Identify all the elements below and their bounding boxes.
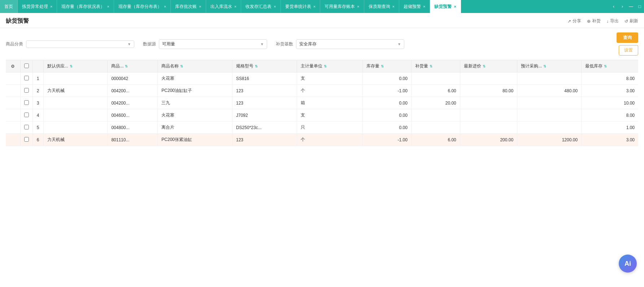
col-header-stock[interactable]: 库存量⇅ [363, 60, 412, 72]
tab-batch-account[interactable]: 库存批次账× [171, 0, 206, 13]
col-header-spec[interactable]: 规格型号⇅ [232, 60, 297, 72]
tab-requisition-stat[interactable]: 要货单统计表× [281, 0, 320, 13]
category-label: 商品分类 [6, 41, 23, 47]
stock-cell: -1.00 [366, 137, 408, 142]
tab-label-home: 首页 [4, 4, 13, 10]
tab-collect-summary[interactable]: 收发存汇总表× [241, 0, 280, 13]
tab-close-inout-flow[interactable]: × [234, 4, 236, 9]
tab-close-expiry-query[interactable]: × [392, 4, 395, 9]
row-checkbox-2[interactable] [24, 88, 29, 93]
tab-expiry-query[interactable]: 保质期查询× [364, 0, 399, 13]
tab-close-requisition-stat[interactable]: × [313, 4, 316, 9]
datasource-select[interactable]: 可用量 ▼ [159, 39, 267, 49]
tab-inout-flow[interactable]: 出入库流水× [206, 0, 241, 13]
ai-assistant-button[interactable]: Ai [619, 255, 637, 273]
row-checkbox-4[interactable] [24, 112, 29, 117]
col-header-min_stock[interactable]: 最低库存⇅ [582, 60, 638, 72]
product-code-cell: 0000042 [111, 76, 128, 81]
tab-overstock[interactable]: 超储预警× [399, 0, 430, 13]
row-num: 1 [36, 76, 40, 81]
table-row: 3004200...三九123箱0.0020.0010.00 [6, 97, 638, 109]
replenishbase-select[interactable]: 安全库存 ▼ [296, 39, 404, 49]
product-name-cell: 火花塞 [161, 76, 174, 81]
row-num: 5 [36, 125, 40, 130]
replenishbase-label: 补货基数 [276, 41, 293, 47]
tab-next-btn[interactable]: › [618, 0, 627, 13]
tab-label-exception: 拣货异常处理 [22, 4, 48, 10]
page-header: 缺货预警 ↗ 分享 ⊕ 补货 ↓ 导出 ↺ 刷新 [0, 13, 644, 28]
tab-close-exception[interactable]: × [50, 4, 52, 9]
tab-label-shortage: 缺货预警 [434, 4, 452, 10]
datasource-arrow-icon: ▼ [260, 42, 264, 46]
sort-icon-est_purchase: ⇅ [543, 64, 546, 68]
product-code-cell: 004200... [111, 88, 129, 93]
product-code-cell: 004200... [111, 101, 129, 106]
tab-close-overstock[interactable]: × [423, 4, 425, 9]
stock-cell: 0.00 [366, 125, 408, 130]
col-label-default_supplier: 默认供应... [47, 63, 68, 69]
select-all-checkbox[interactable] [24, 63, 29, 68]
unit-cell: 支 [301, 76, 305, 81]
page-title: 缺货预警 [6, 17, 29, 25]
unit-cell: 支 [301, 112, 305, 118]
replenish-icon: ⊕ [587, 19, 591, 24]
tab-available-ledger[interactable]: 可用量库存账本× [320, 0, 364, 13]
share-btn[interactable]: ↗ 分享 [567, 18, 581, 24]
col-header-default_supplier[interactable]: 默认供应...⇅ [43, 60, 108, 72]
col-header-product_code[interactable]: 商品...⇅ [108, 60, 158, 72]
tab-exception[interactable]: 拣货异常处理× [18, 0, 57, 13]
tab-close-collect-summary[interactable]: × [274, 4, 276, 9]
tab-minimize-btn[interactable]: — [627, 0, 635, 13]
settings-button[interactable]: 设置 [619, 45, 638, 56]
replenish-btn[interactable]: ⊕ 补货 [587, 18, 601, 24]
tab-inventory-status[interactable]: 现存量（库存状况表）× [57, 0, 114, 13]
tab-close-batch-account[interactable]: × [199, 4, 201, 9]
table-row: 2力天机械004200...PC200油缸缸子123个-1.006.0080.0… [6, 85, 638, 97]
min-stock-cell: 3.00 [585, 137, 635, 142]
refresh-icon: ↺ [625, 19, 628, 24]
sort-icon-replenish_qty: ⇅ [430, 64, 432, 68]
tab-prev-btn[interactable]: ‹ [609, 0, 618, 13]
refresh-btn[interactable]: ↺ 刷新 [625, 18, 638, 24]
tab-close-inventory-status[interactable]: × [107, 4, 109, 9]
row-num: 3 [36, 101, 40, 106]
col-header-product_name[interactable]: 商品名称⇅ [158, 60, 232, 72]
tab-label-inventory-dist: 现存量（库存分布表） [118, 4, 162, 10]
export-btn[interactable]: ↓ 导出 [606, 18, 619, 24]
spec-cell: 123 [236, 137, 243, 142]
export-icon: ↓ [606, 19, 609, 24]
category-select[interactable]: ▼ [26, 40, 134, 48]
tab-shortage[interactable]: 缺货预警× [430, 0, 461, 13]
sort-icon-product_name: ⇅ [180, 64, 183, 68]
row-checkbox-1[interactable] [24, 76, 29, 80]
replenishbase-filter-group: 补货基数 安全库存 ▼ [276, 39, 404, 49]
unit-cell: 只 [301, 125, 305, 130]
tab-maximize-btn[interactable]: □ [635, 0, 644, 13]
row-checkbox-3[interactable] [24, 100, 29, 105]
spec-cell: 123 [236, 88, 243, 93]
unit-cell: 箱 [301, 100, 305, 105]
gear-icon[interactable]: ⚙ [11, 64, 15, 69]
tab-close-available-ledger[interactable]: × [357, 4, 359, 9]
col-label-est_purchase: 预计采购... [521, 63, 542, 69]
min-stock-cell: 8.00 [585, 76, 635, 81]
tab-home[interactable]: 首页 [0, 0, 18, 13]
tab-close-shortage[interactable]: × [454, 4, 456, 9]
col-header-unit[interactable]: 主计量单位⇅ [297, 60, 363, 72]
product-name-cell: 火花塞 [161, 112, 174, 118]
table-row: 5004800...离合片DS250*23c...只0.001.00 [6, 122, 638, 134]
query-button[interactable]: 查询 [617, 32, 638, 43]
product-code-cell: 004800... [111, 125, 129, 130]
col-header-est_purchase[interactable]: 预计采购...⇅ [517, 60, 582, 72]
row-checkbox-6[interactable] [24, 137, 29, 142]
col-header-replenish_qty[interactable]: 补货量⇅ [411, 60, 460, 72]
spec-cell: J7092 [236, 113, 248, 118]
product-name-cell: 离合片 [161, 125, 174, 130]
spec-cell: DS250*23c... [236, 125, 262, 130]
col-header-latest_price[interactable]: 最新进价⇅ [460, 60, 517, 72]
sort-icon-stock: ⇅ [381, 64, 384, 68]
row-checkbox-5[interactable] [24, 125, 29, 129]
tab-inventory-dist[interactable]: 现存量（库存分布表）× [114, 0, 171, 13]
tab-close-inventory-dist[interactable]: × [164, 4, 166, 9]
col-label-product_name: 商品名称 [161, 63, 179, 69]
